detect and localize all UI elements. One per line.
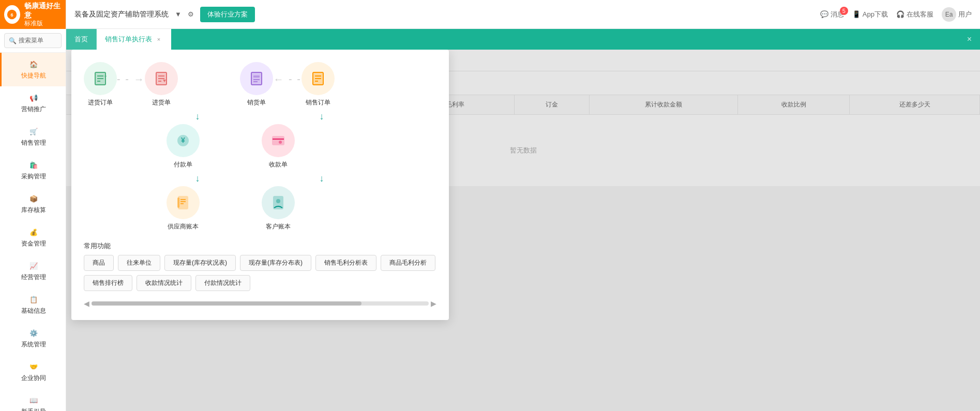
svg-rect-14 [253, 75, 260, 78]
func-btn-partner[interactable]: 往来单位 [118, 255, 160, 271]
sidebar-item-inventory[interactable]: 📦 库存核算 [0, 187, 66, 221]
down-arrow-receipt: ↓ [291, 173, 353, 184]
operations-icon: 📈 [28, 261, 39, 271]
customer-ledger-label: 客户账本 [266, 222, 291, 231]
svg-rect-27 [178, 196, 188, 209]
sales-order-label: 销售订单 [306, 98, 330, 107]
scroll-left-icon[interactable]: ◀ [84, 299, 89, 308]
sidebar-item-sales[interactable]: 🛒 销售管理 [0, 120, 66, 154]
search-menu-button[interactable]: 🔍 搜索菜单 [4, 33, 62, 48]
system-icon: ⚙️ [28, 328, 39, 338]
purchase-order-label: 进货订单 [88, 98, 113, 107]
scrollbar-track [92, 301, 429, 306]
payment-label: 付款单 [174, 160, 192, 169]
user-menu[interactable]: Ea 用户 [942, 7, 972, 22]
func-buttons-row2: 销售排行榜 收款情况统计 付款情况统计 [84, 275, 436, 291]
sidebar-item-operations[interactable]: 📈 经营管理 [0, 254, 66, 288]
func-btn-receipt-stats[interactable]: 收款情况统计 [137, 275, 191, 291]
func-btn-sales-ranking[interactable]: 销售排行榜 [84, 275, 132, 291]
tab-close-icon[interactable]: × [155, 36, 162, 43]
tab-sales-order[interactable]: 销售订单执行表 × [97, 29, 171, 50]
sidebar-item-base-info[interactable]: 📋 基础信息 [0, 288, 66, 322]
flow-diagram: 进货订单 - - → 进货单 [84, 62, 436, 235]
tabs-bar: 首页 销售订单执行表 × × [66, 29, 980, 50]
flow-row-arrows: ↓ ↓ [84, 111, 436, 122]
flow-node-receipt[interactable]: 收款单 [262, 124, 295, 169]
sales-bill-icon [240, 62, 273, 95]
down-arrow-sales: ↓ [291, 111, 353, 122]
chevron-down-icon: ▼ [175, 10, 182, 18]
flow-node-supplier-ledger[interactable]: 供应商账本 [167, 186, 200, 231]
quick-nav-modal: 进货订单 - - → 进货单 [71, 50, 449, 320]
sidebar-nav: 🏠 快捷导航 📢 营销推广 🛒 销售管理 🛍️ 采购管理 📦 库存核算 💰 [0, 53, 66, 411]
common-functions: 常用功能 商品 往来单位 现存量(库存状况表) 现存量(库存分布表) 销售毛利分… [84, 241, 436, 291]
scroll-right-icon[interactable]: ▶ [431, 299, 436, 308]
purchase-bill-label: 进货单 [152, 98, 171, 107]
sidebar-item-guide[interactable]: 📖 新手引导 [0, 389, 66, 411]
app-logo-text: 畅康通好生意 标准版 [24, 1, 62, 28]
scrollbar-thumb[interactable] [92, 301, 361, 306]
flow-row-3: 供应商账本 客户账本 [84, 186, 436, 231]
app-title-dropdown[interactable]: ▼ [175, 10, 182, 18]
svg-text:¥: ¥ [181, 136, 185, 144]
flow-row-1: 进货订单 - - → 进货单 [84, 62, 436, 107]
inventory-icon: 📦 [28, 193, 39, 204]
marketing-icon: 📢 [28, 93, 39, 103]
online-service-button[interactable]: 🎧 在线客服 [896, 10, 933, 19]
app-download-icon: 📱 [852, 10, 861, 18]
settings-button[interactable]: ⚙ [188, 10, 194, 18]
tab-end-close-button[interactable]: × [959, 29, 980, 50]
func-btn-sales-profit[interactable]: 销售毛利分析表 [315, 255, 376, 271]
func-btn-payment-stats[interactable]: 付款情况统计 [195, 275, 250, 291]
flow-node-sales-order[interactable]: 销售订单 [301, 62, 335, 107]
message-badge: 5 [840, 7, 848, 15]
guide-icon: 📖 [28, 395, 39, 405]
modal-overlay[interactable]: 进货订单 - - → 进货单 [66, 50, 980, 411]
sidebar-item-purchase[interactable]: 🛍️ 采购管理 [0, 154, 66, 187]
topbar: 装备及固定资产辅助管理系统 ▼ ⚙ 体验行业方案 💬 消息 5 📱 App下载 [66, 0, 980, 29]
experience-button[interactable]: 体验行业方案 [200, 7, 255, 22]
sidebar-item-system[interactable]: ⚙️ 系统管理 [0, 322, 66, 355]
arrow-2: ← - - [273, 73, 301, 96]
receipt-label: 收款单 [269, 160, 288, 169]
flow-node-payment[interactable]: ¥ 付款单 [167, 124, 200, 169]
sidebar-search[interactable]: 🔍 搜索菜单 [0, 29, 66, 53]
func-btn-stock-status[interactable]: 现存量(库存状况表) [164, 255, 236, 271]
sidebar-logo: 6 畅康通好生意 标准版 [0, 0, 66, 29]
sidebar-item-marketing[interactable]: 📢 营销推广 [0, 86, 66, 120]
main-area: 装备及固定资产辅助管理系统 ▼ ⚙ 体验行业方案 💬 消息 5 📱 App下载 [66, 0, 980, 411]
flow-node-purchase-order[interactable]: 进货订单 [84, 62, 117, 107]
tab-home[interactable]: 首页 [66, 29, 97, 50]
customer-ledger-icon [262, 186, 295, 219]
supplier-ledger-label: 供应商账本 [168, 222, 199, 231]
svg-rect-31 [177, 197, 179, 208]
sidebar-item-finance[interactable]: 💰 资金管理 [0, 221, 66, 254]
purchase-bill-icon [145, 62, 178, 95]
sidebar-item-quick-nav[interactable]: 🏠 快捷导航 [0, 53, 66, 86]
func-btn-product[interactable]: 商品 [84, 255, 114, 271]
func-btn-product-profit[interactable]: 商品毛利分析 [381, 255, 435, 271]
finance-icon: 💰 [28, 227, 39, 237]
func-btn-stock-dist[interactable]: 现存量(库存分布表) [240, 255, 311, 271]
arrow-1: - - → [117, 73, 145, 96]
sidebar: 6 畅康通好生意 标准版 🔍 搜索菜单 🏠 快捷导航 📢 营销推广 [0, 0, 66, 411]
sales-order-icon [301, 62, 335, 95]
purchase-icon: 🛍️ [28, 160, 39, 170]
app-logo-icon: 6 [4, 5, 20, 24]
message-button[interactable]: 💬 消息 5 [820, 10, 844, 19]
common-functions-title: 常用功能 [84, 241, 436, 251]
avatar: Ea [942, 7, 956, 22]
content-area: ❓ 帮助 🖨 按模板打印 ▼ ↗ 导出 ↻ 刷新 [66, 50, 980, 411]
app-title: 装备及固定资产辅助管理系统 [74, 10, 169, 19]
flow-node-purchase-bill[interactable]: 进货单 [145, 62, 178, 107]
flow-node-customer-ledger[interactable]: 客户账本 [262, 186, 295, 231]
supplier-ledger-icon [167, 186, 200, 219]
app-download-button[interactable]: 📱 App下载 [852, 10, 888, 19]
svg-point-26 [279, 141, 282, 144]
receipt-icon [262, 124, 295, 157]
flow-node-sales-bill[interactable]: 销货单 [240, 62, 273, 107]
down-arrow-purchase: ↓ [167, 111, 229, 122]
sidebar-item-enterprise[interactable]: 🤝 企业协同 [0, 355, 66, 389]
func-buttons-container: 商品 往来单位 现存量(库存状况表) 现存量(库存分布表) 销售毛利分析表 商品… [84, 255, 436, 271]
flow-row-2: ¥ 付款单 收款单 [84, 124, 436, 169]
